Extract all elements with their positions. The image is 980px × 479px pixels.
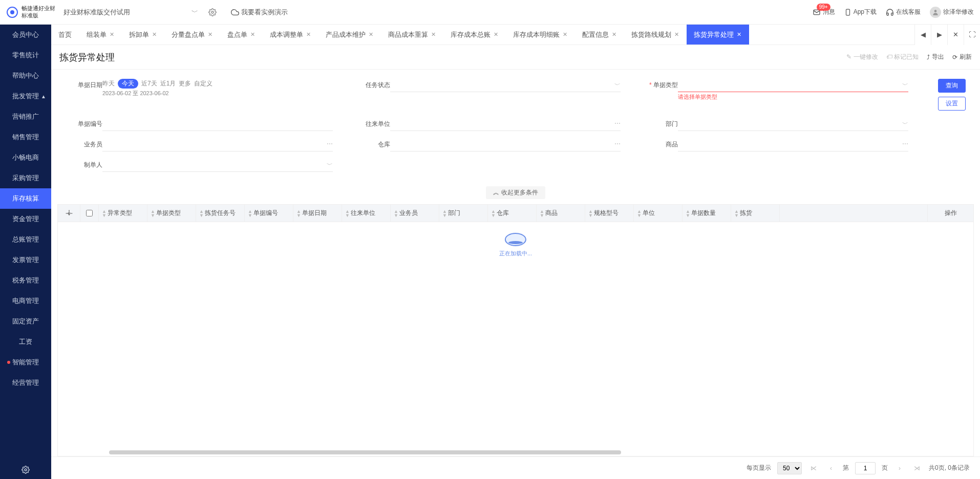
sidebar-item-0[interactable]: 会员中心: [0, 25, 51, 45]
sidebar-item-5[interactable]: 销售管理: [0, 127, 51, 147]
app-download-button[interactable]: App下载: [844, 8, 877, 16]
column-header-7[interactable]: ▲▼部门: [439, 205, 488, 222]
product-selector[interactable]: 好业财标准版交付试用 ﹀: [63, 8, 198, 17]
tab-9[interactable]: 库存成本明细账✕: [506, 25, 575, 45]
column-header-6[interactable]: ▲▼业务员: [391, 205, 439, 222]
column-header-2[interactable]: ▲▼拣货任务号: [196, 205, 245, 222]
tab-12[interactable]: 拣货异常处理✕: [687, 25, 749, 45]
close-icon[interactable]: ✕: [110, 31, 114, 38]
tab-4[interactable]: 盘点单✕: [220, 25, 263, 45]
next-page-button[interactable]: ›: [894, 463, 905, 474]
sidebar-item-15[interactable]: 工资: [0, 332, 51, 352]
date-chip[interactable]: 近1月: [160, 79, 176, 88]
close-icon[interactable]: ✕: [250, 31, 255, 38]
sidebar-item-14[interactable]: 固定资产: [0, 311, 51, 332]
column-header-13[interactable]: ▲▼拣货: [731, 205, 780, 222]
gear-icon[interactable]: [208, 8, 217, 16]
column-header-12[interactable]: ▲▼单据数量: [683, 205, 731, 222]
settings-button[interactable]: 设置: [938, 97, 966, 111]
per-page-select[interactable]: 50: [777, 462, 802, 474]
more-icon[interactable]: ⋯: [614, 120, 621, 127]
export-button[interactable]: ⤴ 导出: [927, 53, 944, 61]
sidebar-item-16[interactable]: 智能管理: [0, 352, 51, 373]
close-icon[interactable]: ✕: [431, 31, 436, 38]
tab-6[interactable]: 产品成本维护✕: [318, 25, 381, 45]
more-icon[interactable]: ⋯: [327, 140, 333, 147]
select-all-checkbox[interactable]: [80, 205, 99, 222]
doc-no-input[interactable]: [102, 118, 333, 131]
column-header-1[interactable]: ▲▼单据类型: [147, 205, 196, 222]
tabs-prev-button[interactable]: ◀: [914, 25, 931, 45]
query-button[interactable]: 查询: [938, 79, 966, 93]
sidebar-item-4[interactable]: 营销推广: [0, 106, 51, 127]
dept-select[interactable]: [678, 118, 908, 131]
warehouse-input[interactable]: [390, 138, 621, 151]
sidebar-item-11[interactable]: 发票管理: [0, 250, 51, 270]
sidebar-item-9[interactable]: 资金管理: [0, 209, 51, 229]
creator-select[interactable]: [102, 159, 333, 172]
tab-5[interactable]: 成本调整单✕: [263, 25, 318, 45]
date-chip[interactable]: 更多: [179, 79, 191, 88]
tab-8[interactable]: 库存成本总账✕: [443, 25, 506, 45]
salesman-input[interactable]: [102, 138, 333, 151]
doc-type-select[interactable]: [678, 79, 908, 92]
sidebar-item-1[interactable]: 零售统计: [0, 45, 51, 66]
chevron-down-icon[interactable]: ﹀: [902, 120, 908, 128]
tabs-expand-button[interactable]: ⛶: [964, 25, 980, 45]
sidebar-settings-button[interactable]: [0, 461, 51, 479]
sidebar-item-6[interactable]: 小畅电商: [0, 147, 51, 168]
collapse-filters-button[interactable]: ︽ 收起更多条件: [486, 186, 545, 199]
horizontal-scrollbar[interactable]: [58, 449, 973, 456]
prev-page-button[interactable]: ‹: [825, 463, 837, 474]
sidebar-item-3[interactable]: 批发管理▲: [0, 86, 51, 106]
close-icon[interactable]: ✕: [674, 31, 679, 38]
sidebar-item-2[interactable]: 帮助中心: [0, 66, 51, 86]
partner-input[interactable]: [390, 118, 621, 131]
sidebar-item-8[interactable]: 库存核算: [0, 188, 51, 209]
date-chip[interactable]: 近7天: [141, 79, 157, 88]
checkbox[interactable]: [86, 210, 93, 216]
sidebar-item-17[interactable]: 经营管理: [0, 373, 51, 393]
close-icon[interactable]: ✕: [306, 31, 311, 38]
close-icon[interactable]: ✕: [612, 31, 616, 38]
date-chip[interactable]: 昨天: [102, 79, 115, 88]
chevron-down-icon[interactable]: ﹀: [614, 81, 621, 90]
tab-0[interactable]: 首页: [51, 25, 79, 45]
column-header-10[interactable]: ▲▼规格型号: [585, 205, 634, 222]
refresh-button[interactable]: ⟳ 刷新: [952, 53, 972, 61]
sidebar-item-13[interactable]: 电商管理: [0, 291, 51, 311]
sidebar-item-12[interactable]: 税务管理: [0, 270, 51, 291]
first-page-button[interactable]: ⋉: [808, 463, 819, 474]
chevron-down-icon[interactable]: ﹀: [902, 81, 908, 90]
sidebar-item-10[interactable]: 总账管理: [0, 229, 51, 250]
column-header-8[interactable]: ▲▼仓库: [488, 205, 537, 222]
column-header-3[interactable]: ▲▼单据编号: [245, 205, 293, 222]
more-icon[interactable]: ⋯: [614, 140, 621, 147]
close-icon[interactable]: ✕: [494, 31, 498, 38]
scrollbar-thumb[interactable]: [109, 450, 621, 454]
tab-7[interactable]: 商品成本重算✕: [381, 25, 443, 45]
close-icon[interactable]: ✕: [152, 31, 157, 38]
table-settings-button[interactable]: [58, 205, 80, 222]
column-header-0[interactable]: ▲▼异常类型: [99, 205, 147, 222]
product-input[interactable]: [678, 138, 908, 151]
support-button[interactable]: 在线客服: [886, 8, 921, 16]
tab-1[interactable]: 组装单✕: [79, 25, 122, 45]
close-icon[interactable]: ✕: [369, 31, 373, 38]
messages-button[interactable]: 99+ 消息: [813, 8, 835, 16]
task-status-select[interactable]: [390, 79, 621, 92]
date-chip[interactable]: 自定义: [194, 79, 212, 88]
column-header-9[interactable]: ▲▼商品: [537, 205, 585, 222]
chevron-down-icon[interactable]: ﹀: [327, 161, 333, 169]
page-input[interactable]: [855, 462, 876, 474]
close-icon[interactable]: ✕: [563, 31, 567, 38]
tab-11[interactable]: 拣货路线规划✕: [624, 25, 687, 45]
column-header-11[interactable]: ▲▼单位: [634, 205, 683, 222]
user-menu[interactable]: 徐泽华修改: [930, 7, 974, 18]
close-icon[interactable]: ✕: [737, 31, 741, 38]
column-header-4[interactable]: ▲▼单据日期: [293, 205, 342, 222]
close-icon[interactable]: ✕: [208, 31, 212, 38]
date-chip[interactable]: 今天: [118, 79, 138, 89]
tabs-close-button[interactable]: ✕: [947, 25, 964, 45]
more-icon[interactable]: ⋯: [902, 140, 908, 147]
